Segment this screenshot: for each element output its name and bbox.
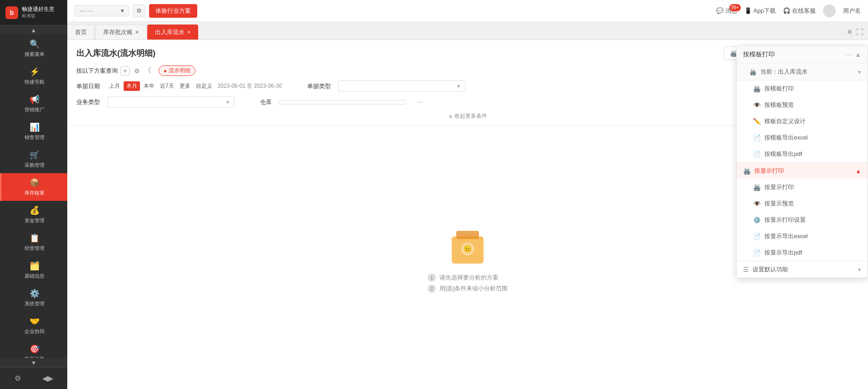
- filter-setting-button[interactable]: ⚙: [132, 66, 141, 75]
- dropdown-display-print-setting[interactable]: ⚙️ 按显示打印设置: [737, 212, 868, 228]
- date-btn-more[interactable]: 更多: [178, 81, 192, 91]
- app-download-button[interactable]: 📱 App下载: [744, 7, 776, 15]
- sidebar-item-label-operation: 经营管理: [25, 245, 45, 252]
- online-service-label: 在线客服: [792, 7, 816, 15]
- current-template-item[interactable]: 🖨️ 当前：出入库流水 ▾: [737, 64, 868, 80]
- sidebar-item-label-inventory: 库存核算: [25, 190, 45, 196]
- date-field: 上月 本月 本年 近7天 更多 自定义 2023-06-01 至 2023-06…: [107, 81, 282, 91]
- sidebar-item-label-marketing: 营销推广: [25, 106, 45, 113]
- inventory-icon: 📦: [30, 178, 40, 188]
- marketing-icon: 📢: [30, 95, 40, 105]
- business-type-select[interactable]: ▾: [107, 96, 234, 108]
- sidebar-item-basic[interactable]: 🗂️ 基础信息: [0, 256, 67, 284]
- display-print-group-label: 按显示打印: [754, 167, 784, 175]
- dropdown-template-export-excel[interactable]: 📄 按模板导出excel: [737, 130, 868, 146]
- dropdown-display-preview[interactable]: 👁️ 按显示预览: [737, 195, 868, 212]
- dropdown-up-icon[interactable]: ▲: [855, 51, 861, 58]
- logo-text-group: 畅捷通好生意 标准版: [22, 6, 55, 20]
- display-print-icon: 🖨️: [753, 184, 761, 191]
- doc-type-select[interactable]: ▾: [338, 80, 465, 92]
- sidebar-item-guide[interactable]: 🎯 新手引导: [0, 339, 67, 358]
- warehouse-more-button[interactable]: ···: [417, 98, 423, 106]
- collapse-more-button[interactable]: ∧ 收起更多条件: [449, 112, 487, 120]
- dropdown-display-print[interactable]: 🖨️ 按显示打印: [737, 179, 868, 195]
- sidebar-item-label-sales: 销售管理: [25, 134, 45, 141]
- sidebar-item-finance[interactable]: 💰 资金管理: [0, 201, 67, 229]
- dropdown-title: 按模板打印: [743, 50, 775, 59]
- sidebar-item-quick-nav[interactable]: ⚡ 快捷导航: [0, 62, 67, 90]
- footer-settings-label: 设置默认功能: [753, 265, 788, 274]
- sidebar-scroll-up[interactable]: ▲: [0, 25, 67, 35]
- dropdown-footer-item[interactable]: ☰ 设置默认功能 ▾: [737, 261, 868, 278]
- sidebar-item-operation[interactable]: 📋 经营管理: [0, 229, 67, 256]
- sidebar-item-system[interactable]: ⚙️ 系统管理: [0, 284, 67, 312]
- collapse-icon[interactable]: ◀▶: [42, 374, 53, 383]
- filter-tag-label: 流水明细: [169, 67, 190, 75]
- sidebar-scroll-down[interactable]: ▼: [0, 358, 67, 367]
- topbar-gear-button[interactable]: ⚙: [133, 5, 145, 17]
- message-icon: 💬: [716, 7, 723, 14]
- sidebar-item-sales[interactable]: 📊 销售管理: [0, 118, 67, 145]
- tab-batch-ledger-close[interactable]: ×: [135, 29, 139, 35]
- tab-in-out-flow[interactable]: 出入库流水 ×: [147, 25, 198, 40]
- dropdown-template-preview[interactable]: 👁️ 按模板预览: [737, 97, 868, 113]
- tab-home[interactable]: 首页: [67, 25, 95, 40]
- template-print-item-label: 按模板打印: [764, 85, 794, 93]
- template-preview-icon: 👁️: [753, 101, 761, 109]
- date-btn-last-month[interactable]: 上月: [107, 81, 122, 91]
- message-button[interactable]: 💬 消息 99+: [716, 7, 737, 15]
- warehouse-select[interactable]: [279, 100, 406, 105]
- empty-steps: 1 请先选择要分析的方案 2 用[选]条件来缩小分析范围: [428, 274, 508, 293]
- industry-solution-button[interactable]: 体验行业方案: [149, 4, 197, 18]
- tab-in-out-flow-close[interactable]: ×: [187, 29, 190, 35]
- display-export-pdf-label: 按显示导出pdf: [764, 249, 802, 257]
- tab-batch-ledger[interactable]: 库存批次账 ×: [95, 25, 146, 40]
- current-template-arrow: ▾: [858, 69, 861, 75]
- settings-icon[interactable]: ⚙: [15, 374, 21, 383]
- sidebar-footer: ⚙ ◀▶: [0, 367, 67, 389]
- display-print-group-header[interactable]: 🖨️ 按显示打印 ▲: [737, 163, 868, 179]
- display-print-setting-icon: ⚙️: [753, 216, 761, 224]
- dropdown-display-export-pdf[interactable]: 📄 按显示导出pdf: [737, 244, 868, 261]
- current-template-label: 当前：出入库流水: [760, 68, 808, 76]
- dropdown-template-print[interactable]: 🖨️ 按模板打印: [737, 80, 868, 97]
- mobile-icon: 📱: [744, 7, 752, 14]
- display-export-excel-label: 按显示导出excel: [764, 232, 808, 240]
- logo-name: 畅捷通好生意: [22, 6, 55, 13]
- filter-tag-icon: ●: [164, 68, 167, 74]
- template-custom-label: 模板自定义设计: [764, 117, 806, 125]
- doc-type-chevron: ▾: [457, 83, 460, 90]
- date-btn-this-month[interactable]: 本月: [124, 81, 140, 91]
- sidebar-item-inventory[interactable]: 📦 库存核算: [0, 173, 67, 201]
- step-2-text: 用[选]条件来缩小分析范围: [439, 284, 508, 293]
- sidebar-item-search[interactable]: 🔍 搜索菜单: [0, 35, 67, 62]
- search-icon: 🔍: [30, 39, 40, 49]
- filter-tag-flow[interactable]: ● 流水明细: [159, 65, 195, 76]
- tab-close-all-icon[interactable]: ✕: [847, 28, 853, 36]
- message-badge: 99+: [729, 4, 741, 11]
- dropdown-display-export-excel[interactable]: 📄 按显示导出excel: [737, 228, 868, 244]
- sidebar-item-label-basic: 基础信息: [25, 273, 45, 279]
- filter-collapse-button[interactable]: 《: [144, 66, 151, 75]
- sidebar-item-label-cooperation: 企业协同: [25, 328, 45, 335]
- system-icon: ⚙️: [30, 289, 40, 299]
- user-selector[interactable]: — — ▾: [75, 5, 129, 16]
- date-btn-this-year[interactable]: 本年: [142, 81, 156, 91]
- quick-nav-icon: ⚡: [30, 67, 40, 77]
- tab-home-label: 首页: [75, 28, 87, 36]
- main-area: — — ▾ ⚙ 体验行业方案 💬 消息 99+ 📱 App下载 🎧 在线客服 用…: [67, 0, 868, 389]
- headset-icon: 🎧: [783, 7, 790, 14]
- sidebar-item-marketing[interactable]: 📢 营销推广: [0, 90, 67, 118]
- dropdown-dots-icon[interactable]: ···: [846, 51, 851, 58]
- online-service-button[interactable]: 🎧 在线客服: [783, 7, 816, 15]
- date-btn-7days[interactable]: 近7天: [158, 81, 176, 91]
- dropdown-template-export-pdf[interactable]: 📄 按模板导出pdf: [737, 146, 868, 162]
- sidebar-item-purchase[interactable]: 🛒 采购管理: [0, 145, 67, 173]
- tab-maximize-icon[interactable]: ⛶: [856, 28, 863, 36]
- filter-add-button[interactable]: ＋: [120, 66, 130, 75]
- avatar[interactable]: [823, 5, 836, 17]
- dropdown-template-custom[interactable]: ✏️ 模板自定义设计: [737, 113, 868, 130]
- date-btn-custom[interactable]: 自定义: [194, 81, 214, 91]
- sidebar-item-cooperation[interactable]: 🤝 企业协同: [0, 312, 67, 339]
- content-area: 出入库流水(流水明细) 🖨️ 按模板打印 ▲ 📤 导出 🔄 刷新: [67, 40, 868, 389]
